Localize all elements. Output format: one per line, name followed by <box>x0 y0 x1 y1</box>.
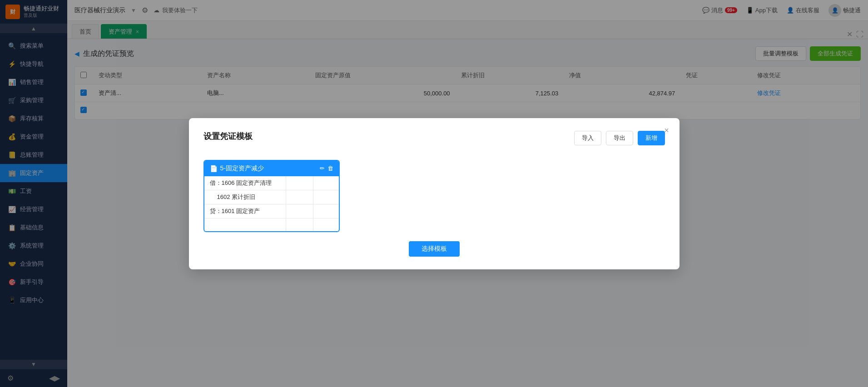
modal-actions: 导入 导出 新增 <box>574 131 665 145</box>
template-debit-3 <box>286 204 313 218</box>
new-template-button[interactable]: 新增 <box>638 131 665 145</box>
template-credit-1 <box>313 176 340 190</box>
template-doc-icon: 📄 <box>210 165 218 172</box>
modal-title: 设置凭证模板 <box>203 131 253 142</box>
content-area: ◀ 生成的凭证预览 批量调整模板 全部生成凭证 变动类型 资产名称 <box>67 39 868 387</box>
template-delete-icon[interactable]: 🗑 <box>327 165 333 172</box>
template-card-body: 借：1606 固定资产清理 1602 累计折旧 贷：1601 固定资产 <box>204 176 339 231</box>
template-card: 📄 5-固定资产减少 ✏ 🗑 借：1606 固定资产清理 <box>203 160 340 232</box>
template-name: 5-固定资产减少 <box>220 164 264 173</box>
template-account-2: 1602 累计折旧 <box>204 190 286 204</box>
template-account-3: 贷：1601 固定资产 <box>204 204 286 218</box>
modal-overlay: × 设置凭证模板 导入 导出 新增 📄 5-固定资产减少 <box>67 39 868 387</box>
template-debit-4 <box>286 218 313 231</box>
template-credit-2 <box>313 190 340 204</box>
template-debit-1 <box>286 176 313 190</box>
template-row: 贷：1601 固定资产 <box>204 204 339 218</box>
template-edit-icon[interactable]: ✏ <box>320 165 325 172</box>
export-button[interactable]: 导出 <box>606 131 633 145</box>
main-area: 医疗器械行业演示 ▼ ⚙ ☁ 我要体验一下 💬 消息 99+ 📱 App下载 👤… <box>67 0 868 387</box>
template-row: 1602 累计折旧 <box>204 190 339 204</box>
template-credit-3 <box>313 204 340 218</box>
template-card-header: 📄 5-固定资产减少 ✏ 🗑 <box>204 161 339 176</box>
template-row: 借：1606 固定资产清理 <box>204 176 339 190</box>
modal-dialog: × 设置凭证模板 导入 导出 新增 📄 5-固定资产减少 <box>189 118 680 269</box>
template-debit-2 <box>286 190 313 204</box>
import-button[interactable]: 导入 <box>574 131 601 145</box>
modal-close-button[interactable]: × <box>661 125 672 136</box>
template-credit-4 <box>313 218 340 231</box>
template-account-4 <box>204 218 286 231</box>
template-account-1: 借：1606 固定资产清理 <box>204 176 286 190</box>
template-row-empty <box>204 218 339 231</box>
select-template-button[interactable]: 选择模板 <box>409 241 460 257</box>
